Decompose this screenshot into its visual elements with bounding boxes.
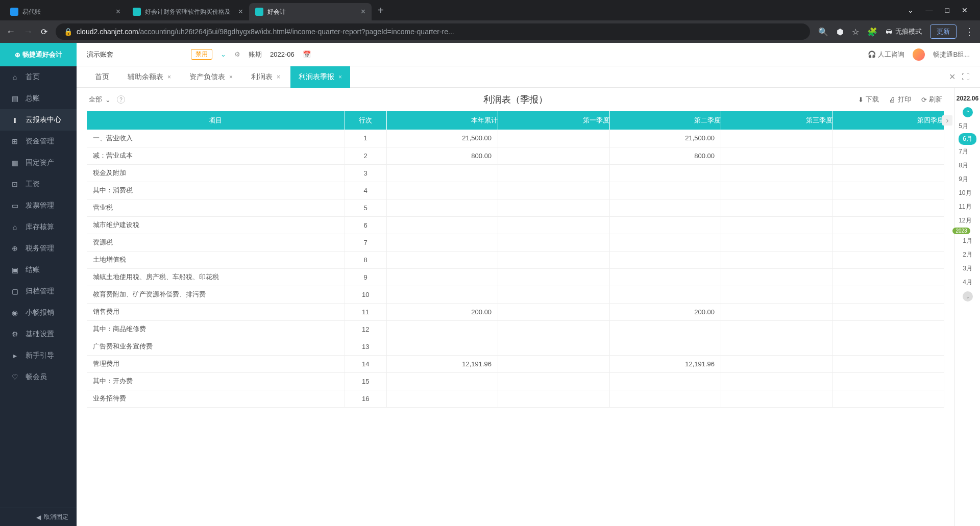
- back-button[interactable]: ←: [6, 27, 15, 37]
- sidebar-unpin[interactable]: ◀ 取消固定: [0, 508, 77, 526]
- timeline-down[interactable]: ⌄: [963, 291, 973, 302]
- close-all-tabs[interactable]: ✕: [949, 72, 955, 82]
- table-row[interactable]: 其中：消费税 4: [87, 182, 944, 199]
- tab-close-icon[interactable]: ×: [116, 7, 120, 16]
- logo[interactable]: ⊕ 畅捷通好会计: [0, 43, 77, 66]
- timeline-month[interactable]: 5月: [959, 119, 976, 133]
- calendar-icon[interactable]: 📅: [303, 51, 311, 58]
- tab-close-icon[interactable]: ×: [277, 73, 280, 81]
- menu-button[interactable]: ⋮: [965, 26, 974, 37]
- sidebar-item-9[interactable]: ▣结账: [0, 259, 77, 281]
- page-tab-2[interactable]: 资产负债表×: [181, 66, 241, 88]
- page-tab-4[interactable]: 利润表季报×: [290, 66, 350, 88]
- sidebar-item-10[interactable]: ▢归档管理: [0, 281, 77, 302]
- help-icon[interactable]: ?: [117, 95, 125, 104]
- cell-line: 7: [345, 234, 386, 251]
- sidebar-item-6[interactable]: ▭发票管理: [0, 195, 77, 216]
- refresh-button[interactable]: ⟳ 刷新: [921, 95, 942, 104]
- sidebar-item-13[interactable]: ▸新手引导: [0, 345, 77, 366]
- table-row[interactable]: 其中：开办费 15: [87, 372, 944, 390]
- minimize-icon[interactable]: —: [926, 6, 933, 14]
- fullscreen-icon[interactable]: ⛶: [962, 72, 970, 82]
- sidebar-item-14[interactable]: ♡畅会员: [0, 366, 77, 388]
- sidebar-item-label: 总账: [26, 94, 40, 103]
- cell-q4: [832, 338, 944, 355]
- filter-dropdown[interactable]: 全部 ⌄: [89, 95, 111, 104]
- timeline-month[interactable]: 3月: [963, 262, 972, 275]
- table-row[interactable]: 销售费用 11 200.00 200.00: [87, 303, 944, 320]
- table-row[interactable]: 广告费和业务宣传费 13: [87, 338, 944, 355]
- table-row[interactable]: 减：营业成本 2 800.00 800.00: [87, 147, 944, 164]
- zoom-icon[interactable]: 🔍: [818, 27, 828, 37]
- star-icon[interactable]: ☆: [852, 27, 859, 37]
- page-tabs: 首页辅助余额表×资产负债表×利润表×利润表季报× ✕ ⛶: [77, 66, 980, 88]
- cell-q3: [721, 251, 832, 268]
- table-row[interactable]: 教育费附加、矿产资源补偿费、排污费 10: [87, 286, 944, 303]
- timeline-up[interactable]: ⌃: [963, 107, 973, 117]
- chevron-down-icon[interactable]: ⌄: [908, 6, 914, 14]
- maximize-icon[interactable]: □: [945, 6, 949, 14]
- close-icon[interactable]: ✕: [962, 6, 968, 14]
- new-tab-button[interactable]: +: [372, 5, 390, 16]
- sidebar-item-7[interactable]: ⌂库存核算: [0, 216, 77, 238]
- timeline-month[interactable]: 7月: [959, 145, 976, 159]
- url-bar[interactable]: 🔒 cloud2.chanjet.com/accounting/uh26t264…: [56, 23, 810, 40]
- table-row[interactable]: 土地增值税 8: [87, 251, 944, 268]
- print-button[interactable]: 🖨 打印: [889, 95, 911, 104]
- sidebar-item-0[interactable]: ⌂首页: [0, 66, 77, 88]
- table-row[interactable]: 城镇土地使用税、房产税、车船税、印花税 9: [87, 268, 944, 286]
- browser-tab-0[interactable]: 易代账 ×: [4, 3, 127, 20]
- timeline-month[interactable]: 2月: [963, 248, 972, 262]
- download-button[interactable]: ⬇ 下载: [858, 95, 879, 104]
- sidebar-item-8[interactable]: ⊕税务管理: [0, 238, 77, 259]
- update-button[interactable]: 更新: [930, 24, 957, 39]
- reload-button[interactable]: ⟳: [41, 27, 47, 37]
- table-row[interactable]: 一、营业收入 1 21,500.00 21,500.00: [87, 130, 944, 147]
- timeline-month[interactable]: 6月: [959, 133, 976, 145]
- page-tab-0[interactable]: 首页: [87, 66, 117, 88]
- page-tab-3[interactable]: 利润表×: [243, 66, 288, 88]
- forward-button[interactable]: →: [23, 27, 33, 37]
- tab-close-icon[interactable]: ×: [167, 73, 171, 81]
- table-row[interactable]: 营业税 5: [87, 199, 944, 216]
- table-row[interactable]: 管理费用 14 12,191.96 12,191.96: [87, 355, 944, 372]
- user-name[interactable]: 畅捷通B组...: [933, 50, 970, 59]
- browser-tab-2[interactable]: 好会计 ×: [249, 3, 372, 20]
- sidebar-item-12[interactable]: ⚙基础设置: [0, 323, 77, 345]
- page-tab-1[interactable]: 辅助余额表×: [119, 66, 179, 88]
- sidebar-icon: ⊞: [10, 137, 19, 146]
- account-dropdown[interactable]: ⌄: [220, 51, 226, 58]
- sidebar-item-11[interactable]: ◉小畅报销: [0, 302, 77, 323]
- extensions-icon[interactable]: 🧩: [867, 27, 877, 37]
- browser-tab-1[interactable]: 好会计财务管理软件购买价格及 ×: [127, 3, 249, 20]
- settings-icon[interactable]: ⚙: [234, 51, 240, 58]
- user-avatar[interactable]: [913, 48, 925, 61]
- table-row[interactable]: 业务招待费 16: [87, 390, 944, 407]
- timeline-month[interactable]: 10月: [959, 186, 976, 200]
- table-row[interactable]: 其中：商品维修费 12: [87, 320, 944, 338]
- timeline-month[interactable]: 11月: [959, 200, 976, 214]
- table-row[interactable]: 税金及附加 3: [87, 164, 944, 182]
- tab-close-icon[interactable]: ×: [338, 73, 342, 81]
- sidebar-item-3[interactable]: ⊞资金管理: [0, 131, 77, 152]
- cell-cumul: 200.00: [386, 303, 498, 320]
- tab-close-icon[interactable]: ×: [238, 7, 243, 16]
- table-row[interactable]: 城市维护建设税 6: [87, 216, 944, 234]
- sidebar-item-1[interactable]: ▤总账: [0, 88, 77, 109]
- extension-icon[interactable]: ⬢: [837, 27, 844, 37]
- table-row[interactable]: 资源税 7: [87, 234, 944, 251]
- cell-q4: [832, 147, 944, 164]
- sidebar-item-5[interactable]: ⊡工资: [0, 173, 77, 195]
- timeline-month[interactable]: 1月: [963, 234, 972, 248]
- sidebar-item-2[interactable]: ⫿云报表中心: [0, 109, 77, 131]
- support-link[interactable]: 🎧 人工咨询: [868, 50, 904, 59]
- sidebar-item-4[interactable]: ▦固定资产: [0, 152, 77, 173]
- expand-columns[interactable]: ›: [942, 115, 952, 126]
- tab-close-icon[interactable]: ×: [229, 73, 233, 81]
- timeline-month[interactable]: 12月: [959, 214, 976, 228]
- tab-close-icon[interactable]: ×: [361, 7, 365, 16]
- timeline-month[interactable]: 4月: [963, 275, 972, 289]
- cell-q2: [609, 164, 721, 182]
- timeline-month[interactable]: 8月: [959, 159, 976, 172]
- timeline-month[interactable]: 9月: [959, 172, 976, 186]
